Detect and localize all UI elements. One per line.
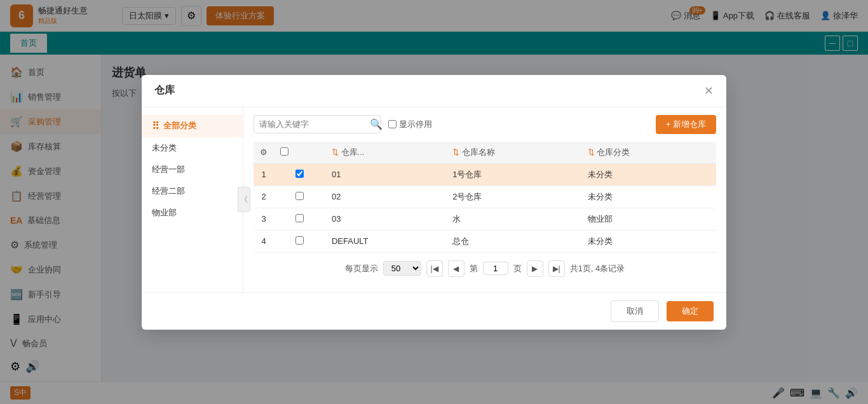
row-name: 水 <box>446 208 581 230</box>
sort-icon2: ⇅ <box>452 147 459 157</box>
show-disabled-label[interactable]: 显示停用 <box>388 119 432 130</box>
th-name: ⇅ 仓库名称 <box>446 142 581 164</box>
search-icon: 🔍 <box>370 118 383 130</box>
row-num: 3 <box>254 208 274 230</box>
table-row[interactable]: 2 02 2号仓库 未分类 <box>254 185 716 208</box>
modal-body: ⠿ 全部分类 未分类 经营一部 经营二部 物业部 《 <box>142 107 726 292</box>
show-disabled-checkbox[interactable] <box>388 120 397 128</box>
row-checkbox[interactable] <box>274 230 325 252</box>
cat-item-dept1[interactable]: 经营一部 <box>142 159 243 180</box>
cat-item-all[interactable]: ⠿ 全部分类 <box>142 115 243 137</box>
modal-footer: 取消 确定 <box>142 292 726 330</box>
sort-icon3: ⇅ <box>588 147 595 157</box>
th-checkbox <box>274 142 325 164</box>
th-code: ⇅ 仓库... <box>325 142 446 164</box>
cat-item-dept2[interactable]: 经营二部 <box>142 180 243 202</box>
row-category: 未分类 <box>581 185 716 208</box>
search-input[interactable] <box>259 119 366 129</box>
row-name: 1号仓库 <box>446 163 581 185</box>
total-label: 共1页, 4条记录 <box>570 263 625 274</box>
row-category: 物业部 <box>581 208 716 230</box>
th-settings: ⚙ <box>254 142 274 164</box>
modal-header: 仓库 ✕ <box>142 75 726 107</box>
table-row[interactable]: 1 01 1号仓库 未分类 <box>254 163 716 185</box>
add-warehouse-button[interactable]: + 新增仓库 <box>656 115 716 134</box>
confirm-button[interactable]: 确定 <box>667 301 714 321</box>
cat-item-unclassified[interactable]: 未分类 <box>142 137 243 159</box>
row-code: DEFAULT <box>325 230 446 252</box>
table-row[interactable]: 3 03 水 物业部 <box>254 208 716 230</box>
row-code: 03 <box>325 208 446 230</box>
search-box: 🔍 <box>254 115 381 133</box>
row-code: 01 <box>325 163 446 185</box>
table-row[interactable]: 4 DEFAULT 总仓 未分类 <box>254 230 716 252</box>
th-category: ⇅ 仓库分类 <box>581 142 716 164</box>
row-checkbox[interactable] <box>274 185 325 208</box>
select-all-checkbox[interactable] <box>280 147 288 156</box>
collapse-sidebar-button[interactable]: 《 <box>238 187 250 212</box>
sort-icon: ⇅ <box>332 147 339 157</box>
row-num: 2 <box>254 185 274 208</box>
pagination: 每页显示 50 100 200 |◀ ◀ 第 页 ▶ ▶| 共1页, 4条记录 <box>254 253 716 285</box>
last-page-button[interactable]: ▶| <box>548 260 565 277</box>
settings-icon: ⚙ <box>260 147 268 157</box>
warehouse-table: ⚙ ⇅ 仓库... ⇅ 仓库名称 <box>254 142 716 253</box>
row-category: 未分类 <box>581 230 716 252</box>
row-category: 未分类 <box>581 163 716 185</box>
grid-icon: ⠿ <box>152 120 159 132</box>
row-code: 02 <box>325 185 446 208</box>
row-name: 2号仓库 <box>446 185 581 208</box>
page-label-pre: 第 <box>470 263 478 274</box>
page-number-input[interactable] <box>483 262 508 275</box>
modal-close-button[interactable]: ✕ <box>704 84 714 98</box>
row-num: 1 <box>254 163 274 185</box>
prev-page-button[interactable]: ◀ <box>448 260 465 277</box>
next-page-button[interactable]: ▶ <box>527 260 543 277</box>
category-sidebar: ⠿ 全部分类 未分类 经营一部 经营二部 物业部 《 <box>142 107 243 292</box>
warehouse-modal: 仓库 ✕ ⠿ 全部分类 未分类 经营一部 经营二部 <box>142 75 726 330</box>
table-toolbar: 🔍 显示停用 + 新增仓库 <box>254 115 716 134</box>
row-name: 总仓 <box>446 230 581 252</box>
per-page-select[interactable]: 50 100 200 <box>383 261 421 276</box>
row-num: 4 <box>254 230 274 252</box>
row-checkbox[interactable] <box>274 208 325 230</box>
row-checkbox[interactable] <box>274 163 325 185</box>
table-area: 🔍 显示停用 + 新增仓库 ⚙ <box>243 107 726 292</box>
cancel-button[interactable]: 取消 <box>611 300 659 322</box>
first-page-button[interactable]: |◀ <box>426 260 443 277</box>
cat-item-property[interactable]: 物业部 <box>142 202 243 224</box>
modal-overlay: 仓库 ✕ ⠿ 全部分类 未分类 经营一部 经营二部 <box>0 0 868 404</box>
per-page-label: 每页显示 <box>345 263 378 274</box>
page-label: 页 <box>513 263 522 274</box>
modal-title: 仓库 <box>154 84 175 97</box>
